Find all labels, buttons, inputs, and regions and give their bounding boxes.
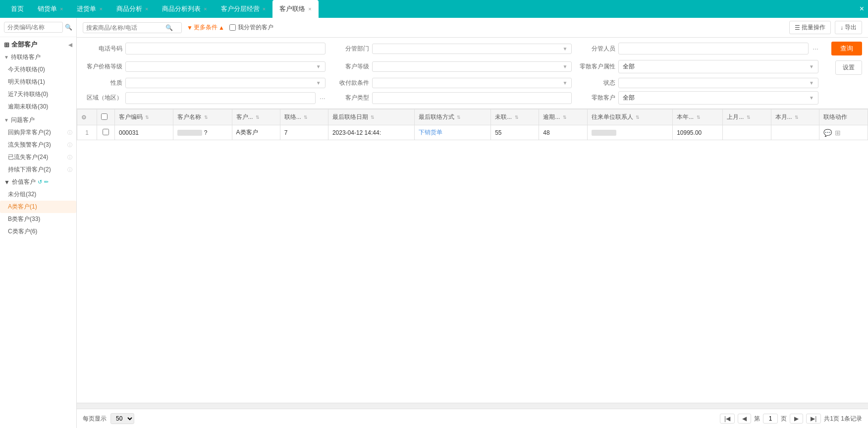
retail-select[interactable]: 全部 ▼ xyxy=(618,91,818,105)
search-input[interactable] xyxy=(86,24,165,31)
nav-product-analysis-list[interactable]: 商品分析列表 × xyxy=(155,0,214,18)
more-conditions-btn[interactable]: ▼ 更多条件 ▲ xyxy=(187,23,224,32)
pricelevel-select[interactable]: ▼ xyxy=(125,61,326,72)
dept-arrow-icon: ▼ xyxy=(562,46,567,52)
th-contactperson[interactable]: 往来单位联系人 ⇅ xyxy=(587,109,673,125)
nav-purchaseorder[interactable]: 进货单 × xyxy=(70,0,109,18)
sidebar-item-7days[interactable]: 近7天待联络(0) xyxy=(0,88,76,101)
sidebar-item-a-class[interactable]: A类客户(1) xyxy=(0,201,76,213)
sidebar-item-lost[interactable]: 已流失客户(24) ⓘ xyxy=(0,151,76,163)
sidebar-item-tomorrow[interactable]: 明天待联络(1) xyxy=(0,76,76,88)
sort-icon2: ⇅ xyxy=(204,115,208,120)
select-all-checkbox[interactable] xyxy=(101,113,108,120)
search-box: 🔍 xyxy=(83,22,182,33)
page-size-select[interactable]: 50 xyxy=(110,413,134,424)
phone-label: 电话号码 xyxy=(83,45,122,53)
close-customersegment-icon[interactable]: × xyxy=(263,6,266,12)
cell-contact: 7 xyxy=(280,125,328,140)
export-btn[interactable]: ↓ 导出 xyxy=(835,21,862,34)
nav-product-analysis[interactable]: 商品分析 × xyxy=(109,0,155,18)
my-customers-checkbox[interactable] xyxy=(229,24,236,31)
th-lastdate[interactable]: 最后联络日期 ⇅ xyxy=(328,109,414,125)
arrow-down-icon: ▼ xyxy=(4,54,9,60)
nav-salesorder[interactable]: 销货单 × xyxy=(31,0,70,18)
edit-icon[interactable]: ✏ xyxy=(44,179,49,185)
nav-home[interactable]: 首页 xyxy=(4,0,31,18)
person-dots-btn[interactable]: ··· xyxy=(813,45,818,53)
th-lastmonth[interactable]: 上月... ⇅ xyxy=(723,109,771,125)
last-method-link[interactable]: 下销货单 xyxy=(419,129,442,136)
problem-customers-header[interactable]: ▼ 问题客户 xyxy=(0,114,76,126)
last-page-btn[interactable]: ▶| xyxy=(806,414,821,424)
person-input[interactable] xyxy=(618,43,809,54)
th-yearamount[interactable]: 本年... ⇅ xyxy=(673,109,723,125)
filter-row-1: 电话号码 分管部门 ▼ 分管人员 ··· xyxy=(83,42,862,55)
setting-btn[interactable]: 设置 xyxy=(835,60,862,75)
close-window-icon[interactable]: × xyxy=(860,4,864,13)
cell-yearamount: 10995.00 xyxy=(673,125,723,140)
close-salesorder-icon[interactable]: × xyxy=(60,6,63,12)
batch-operation-btn[interactable]: ☰ 批量操作 xyxy=(789,21,831,34)
table-header-row: ⚙ 客户编码 ⇅ 客户名称 ⇅ xyxy=(77,109,868,125)
sidebar-search-input[interactable] xyxy=(4,22,63,33)
first-page-btn[interactable]: |◀ xyxy=(720,414,735,424)
sidebar-item-declining[interactable]: 持续下滑客户(2) ⓘ xyxy=(0,163,76,176)
region-input[interactable] xyxy=(125,92,316,104)
th-name[interactable]: 客户名称 ⇅ xyxy=(173,109,232,125)
customerlevel-select[interactable]: ▼ xyxy=(372,61,572,72)
close-customercontact-icon[interactable]: × xyxy=(308,6,311,12)
grid-icon: ⊞ xyxy=(4,41,9,49)
th-code[interactable]: 客户编码 ⇅ xyxy=(115,109,173,125)
phone-input[interactable] xyxy=(125,43,326,54)
filter-col-retailattr: 零散客户属性 全部 ▼ xyxy=(576,60,818,73)
close-productanalysis-icon[interactable]: × xyxy=(145,6,148,12)
sidebar-search-icon[interactable]: 🔍 xyxy=(65,24,72,31)
qr-icon[interactable]: ⊞ xyxy=(835,129,841,137)
region-dots-btn[interactable]: ··· xyxy=(320,94,326,102)
th-settings[interactable]: ⚙ xyxy=(77,109,97,125)
customertype-input[interactable] xyxy=(372,92,572,104)
sidebar-item-overdue[interactable]: 逾期未联络(30) xyxy=(0,101,76,113)
query-btn[interactable]: 查询 xyxy=(831,42,862,55)
settings-icon[interactable]: ⚙ xyxy=(81,114,87,121)
chat-icon[interactable]: 💬 xyxy=(823,129,832,137)
table-empty-space xyxy=(77,256,868,403)
total-pages-label: 页 xyxy=(781,415,787,423)
payment-select[interactable]: ▼ xyxy=(372,78,572,88)
th-nocontact[interactable]: 未联... ⇅ xyxy=(491,109,539,125)
sidebar-item-c-class[interactable]: C类客户(6) xyxy=(0,225,76,238)
nature-select[interactable]: ▼ xyxy=(125,78,326,88)
status-select[interactable]: ▼ xyxy=(618,78,818,88)
page-input[interactable] xyxy=(763,414,778,424)
th-type[interactable]: 客户... ⇅ xyxy=(232,109,280,125)
prev-page-btn[interactable]: ◀ xyxy=(738,414,751,424)
retailattr-select[interactable]: 全部 ▼ xyxy=(618,60,818,73)
search-icon[interactable]: 🔍 xyxy=(165,24,173,31)
next-page-btn[interactable]: ▶ xyxy=(790,414,803,424)
pending-contact-header[interactable]: ▼ 待联络客户 xyxy=(0,51,76,63)
refresh-icon[interactable]: ↺ xyxy=(38,179,42,185)
sidebar-item-unclassified[interactable]: 未分组(32) xyxy=(0,188,76,201)
nav-customer-contact[interactable]: 客户联络 × xyxy=(272,0,318,18)
sidebar-item-today[interactable]: 今天待联络(0) xyxy=(0,63,76,76)
close-purchaseorder-icon[interactable]: × xyxy=(99,6,102,12)
horizontal-scrollbar[interactable] xyxy=(77,403,868,409)
collapse-icon[interactable]: ◀ xyxy=(68,42,72,48)
row-checkbox[interactable] xyxy=(103,129,109,135)
contactperson-masked xyxy=(592,130,616,136)
th-contact[interactable]: 联络... ⇅ xyxy=(280,109,328,125)
all-customers-section: ⊞ 全部客户 ◀ xyxy=(0,37,76,50)
sidebar-item-repurchase[interactable]: 回购异常客户(2) ⓘ xyxy=(0,126,76,139)
th-overdue[interactable]: 逾期... ⇅ xyxy=(539,109,587,125)
close-productanalysislist-icon[interactable]: × xyxy=(204,6,207,12)
th-thismonth[interactable]: 本月... ⇅ xyxy=(771,109,819,125)
sidebar-item-b-class[interactable]: B类客户(33) xyxy=(0,213,76,225)
my-customers-filter[interactable]: 我分管的客户 xyxy=(229,23,273,32)
all-customers-title[interactable]: ⊞ 全部客户 ◀ xyxy=(4,40,72,49)
nav-customer-segment[interactable]: 客户分层经营 × xyxy=(214,0,272,18)
th-lastmethod[interactable]: 最后联络方式 ⇅ xyxy=(414,109,491,125)
value-customers-header[interactable]: ▼ 价值客户 ↺ ✏ xyxy=(0,176,76,188)
sidebar-item-lostwarning[interactable]: 流失预警客户(3) ⓘ xyxy=(0,139,76,151)
sort-icon11: ⇅ xyxy=(747,115,751,120)
dept-select[interactable]: ▼ xyxy=(372,44,572,54)
